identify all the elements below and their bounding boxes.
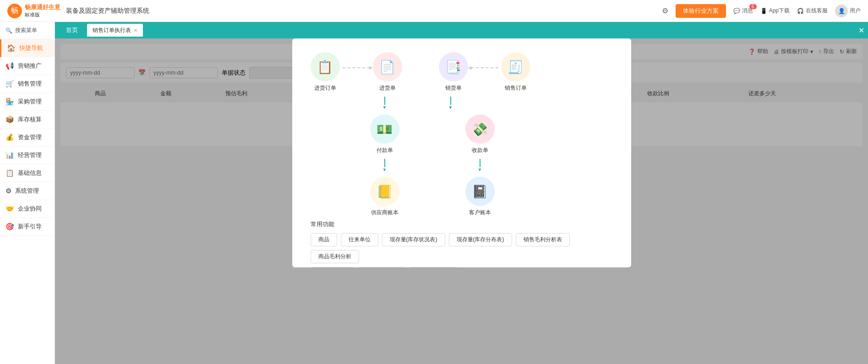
message-item[interactable]: 💬 消息 6 [733,7,753,15]
inventory-icon: 📦 [5,115,14,124]
logo-area: 畅 畅康通好生意 标准版 [7,4,62,18]
arrows-down-row: ▼ ▼ [311,97,613,110]
receipt-bill-circle[interactable]: 💸 [465,114,495,144]
receipt-bill-node[interactable]: 💸 收款单 [465,114,495,152]
online-service-item[interactable]: 🎧 在线客服 [797,7,828,15]
sidebar-item-operations[interactable]: 📊 经营管理 [0,147,55,152]
app-download-icon: 📱 [760,8,767,14]
sales-order-circle[interactable]: 🧾 [501,52,530,81]
tab-sales-order-exec[interactable]: 销售订单执行表 ✕ [87,24,143,37]
sidebar-item-purchase[interactable]: 🏪 采购管理 [0,93,55,111]
search-icon: 🔍 [5,27,12,34]
modal-content: 📋 进货订单 ▶ 📄 进货 [292,38,631,152]
sidebar-item-finance[interactable]: 💰 资金管理 [0,129,55,147]
purchase-bill-icon: 📄 [379,60,395,75]
logo-text: 畅康通好生意 标准版 [25,4,60,18]
purchase-order-node[interactable]: 📋 进货订单 [311,52,340,92]
tab-close-icon[interactable]: ✕ [134,28,137,33]
receipt-bill-icon: 💸 [472,122,488,137]
purchase-bill-down-arrow: ▼ [370,97,399,110]
sidebar-item-quick-guide[interactable]: 🏠 快捷导航 [0,39,55,57]
sales-icon: 🛒 [5,80,14,88]
message-icon: 💬 [733,8,740,14]
sidebar-item-marketing[interactable]: 📢 营销推广 [0,57,55,75]
tab-bar: 首页 销售订单执行表 ✕ ✕ [55,22,868,38]
sidebar-item-label: 采购管理 [18,98,42,106]
tab-bar-close-icon[interactable]: ✕ [858,26,864,35]
purchase-bill-circle[interactable]: 📄 [373,52,402,81]
header-icon-group: 💬 消息 6 📱 App下载 🎧 在线客服 👤 用户 [733,5,861,17]
sales-order-icon: 🧾 [508,60,524,75]
user-profile-item[interactable]: 👤 用户 [835,5,861,17]
tab-label: 销售订单执行表 [93,27,131,34]
flow-modal: 📋 进货订单 ▶ 📄 进货 [292,38,631,152]
app-download-item[interactable]: 📱 App下载 [760,7,790,15]
payment-bill-node[interactable]: 💵 付款单 [370,114,399,152]
operations-icon: 📊 [5,151,14,152]
sidebar-item-label: 营销推广 [18,62,42,70]
system-name: 装备及固定资产辅助管理系统 [62,7,662,15]
sales-bill-circle[interactable]: 📑 [439,52,468,81]
sales-bill-down-arrow: ▼ [436,97,465,110]
marketing-icon: 📢 [5,62,14,70]
purchase-order-label: 进货订单 [314,84,336,92]
modal-overlay: 📋 进货订单 ▶ 📄 进货 [55,38,868,152]
sidebar: 🔍 搜索菜单 🏠 快捷导航 📢 营销推广 🛒 销售管理 🏪 采购管理 📦 库存核… [0,22,55,152]
receipt-bill-label: 收款单 [472,147,488,152]
top-header: 畅 畅康通好生意 标准版 装备及固定资产辅助管理系统 ⚙ 体验行业方案 💬 消息… [0,0,868,22]
purchase-icon: 🏪 [5,98,14,106]
sidebar-item-label: 销售管理 [18,80,42,88]
sales-bill-label: 销货单 [445,84,462,92]
flow-middle-row: 💵 付款单 💸 收款单 [370,114,613,152]
search-menu-item[interactable]: 🔍 搜索菜单 [0,22,55,39]
try-industry-button[interactable]: 体验行业方案 [676,4,726,18]
sales-order-label: 销售订单 [505,84,527,92]
payment-bill-label: 付款单 [377,147,393,152]
payment-bill-circle[interactable]: 💵 [370,114,399,144]
message-badge: 6 [749,4,757,9]
sidebar-item-label: 库存核算 [18,115,42,124]
flow-top-row: 📋 进货订单 ▶ 📄 进货 [311,52,613,92]
payment-bill-icon: 💵 [377,122,393,137]
sidebar-item-label: 经营管理 [18,151,42,152]
sales-bill-icon: 📑 [445,60,461,75]
app-download-label: App下载 [769,7,790,15]
user-name: 用户 [850,7,861,15]
tab-home[interactable]: 首页 [59,22,85,38]
sales-bill-node[interactable]: 📑 销货单 [439,52,468,92]
sidebar-item-label: 快捷导航 [19,44,43,52]
home-icon: 🏠 [7,44,16,52]
online-service-icon: 🎧 [797,8,804,14]
settings-icon[interactable]: ⚙ [662,6,668,15]
sidebar-item-label: 资金管理 [18,133,42,141]
sidebar-item-sales[interactable]: 🛒 销售管理 [0,75,55,93]
user-avatar: 👤 [835,5,848,17]
purchase-bill-label: 进货单 [379,84,396,92]
header-actions: ⚙ 体验行业方案 💬 消息 6 📱 App下载 🎧 在线客服 👤 用户 [662,4,861,18]
purchase-order-circle[interactable]: 📋 [311,52,340,81]
sales-order-node[interactable]: 🧾 销售订单 [501,52,530,92]
logo-icon: 畅 [7,4,22,18]
search-menu-label: 搜索菜单 [15,27,37,34]
purchase-order-icon: 📋 [317,60,333,75]
sidebar-item-inventory[interactable]: 📦 库存核算 [0,111,55,129]
purchase-bill-node[interactable]: 📄 进货单 [373,52,402,92]
flow-diagram: 📋 进货订单 ▶ 📄 进货 [311,52,613,152]
finance-icon: 💰 [5,133,14,141]
online-service-label: 在线客服 [806,7,828,15]
